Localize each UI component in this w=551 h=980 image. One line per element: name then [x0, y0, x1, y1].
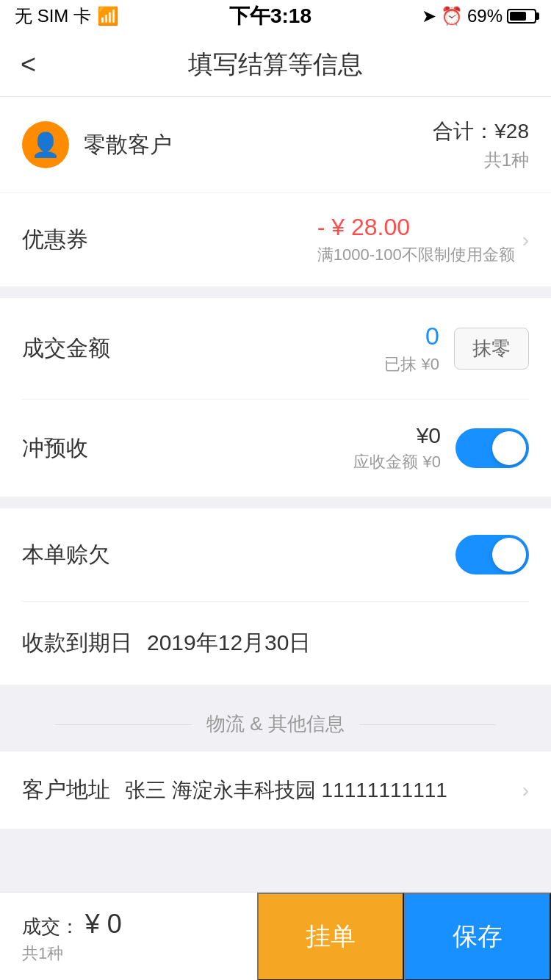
due-date-value: 2019年12月30日: [147, 628, 311, 658]
logistics-label: 物流 & 其他信息: [192, 713, 359, 735]
coupon-info: - ¥ 28.00 满1000-100不限制使用金额: [317, 214, 515, 266]
coupon-right: - ¥ 28.00 满1000-100不限制使用金额 ›: [317, 214, 529, 266]
address-section: 客户地址 张三 海淀永丰科技园 11111111111 ›: [0, 752, 551, 829]
battery-fill: [510, 12, 526, 21]
status-left: 无 SIM 卡 📶: [15, 4, 119, 28]
logistics-divider: 物流 & 其他信息: [0, 696, 551, 752]
total-count: 共1种: [433, 148, 529, 172]
bottom-deal-label: 成交：: [22, 915, 79, 937]
bottom-bar: 成交： ¥ 0 共1种 挂单 保存: [0, 892, 551, 980]
toggle-knob: [492, 431, 526, 465]
pending-button[interactable]: 挂单: [257, 893, 404, 981]
debt-toggle[interactable]: [455, 535, 529, 574]
avatar-icon: 👤: [31, 131, 60, 159]
address-label: 客户地址: [22, 775, 110, 805]
address-chevron-icon: ›: [522, 779, 529, 802]
customer-card: 👤 零散客户 合计：¥28 共1种 优惠券 - ¥ 28.00 满1000-10…: [0, 97, 551, 287]
signal-text: 无 SIM 卡: [15, 4, 91, 28]
address-row[interactable]: 客户地址 张三 海淀永丰科技园 11111111111 ›: [22, 752, 529, 829]
deal-amount-col: 0 已抹 ¥0: [384, 322, 439, 375]
customer-right: 合计：¥28 共1种: [433, 118, 529, 172]
coupon-row[interactable]: 优惠券 - ¥ 28.00 满1000-100不限制使用金额 ›: [0, 192, 551, 287]
bottom-info: 成交： ¥ 0 共1种: [0, 909, 257, 965]
debt-row: 本单赊欠: [22, 508, 529, 602]
customer-row: 👤 零散客户 合计：¥28 共1种: [0, 97, 551, 192]
due-date-label: 收款到期日: [22, 628, 132, 658]
alarm-icon: ⏰: [441, 6, 463, 26]
round-button[interactable]: 抹零: [454, 328, 529, 370]
back-button[interactable]: <: [21, 49, 36, 80]
customer-left: 👤 零散客户: [22, 121, 172, 168]
page-title: 填写结算等信息: [188, 48, 363, 82]
prepay-label: 冲预收: [22, 433, 88, 464]
deal-amount-sub: 已抹 ¥0: [384, 353, 439, 375]
save-button[interactable]: 保存: [404, 893, 551, 981]
battery-percent: 69%: [467, 6, 503, 26]
deal-amount-label: 成交金额: [22, 334, 110, 364]
status-time: 下午3:18: [229, 2, 311, 30]
debt-label: 本单赊欠: [22, 540, 110, 570]
coupon-description: 满1000-100不限制使用金额: [317, 244, 515, 266]
chevron-right-icon: ›: [522, 228, 529, 252]
prepay-toggle[interactable]: [455, 428, 529, 468]
status-bar: 无 SIM 卡 📶 下午3:18 ➤ ⏰ 69%: [0, 0, 551, 32]
prepay-row: 冲预收 ¥0 应收金额 ¥0: [22, 400, 529, 497]
debt-section: 本单赊欠 收款到期日 2019年12月30日: [0, 508, 551, 685]
battery-indicator: [507, 9, 536, 24]
debt-toggle-knob: [492, 538, 526, 572]
bottom-deal-amount: ¥ 0: [85, 909, 122, 939]
due-date-row[interactable]: 收款到期日 2019年12月30日: [22, 602, 529, 685]
nav-bar: < 填写结算等信息: [0, 32, 551, 97]
prepay-amount-col: ¥0 应收金额 ¥0: [353, 423, 441, 473]
customer-avatar: 👤: [22, 121, 69, 168]
location-icon: ➤: [422, 6, 436, 26]
content-area: 👤 零散客户 合计：¥28 共1种 优惠券 - ¥ 28.00 满1000-10…: [0, 97, 551, 943]
customer-name: 零散客户: [84, 130, 172, 160]
coupon-label: 优惠券: [22, 225, 88, 255]
status-right: ➤ ⏰ 69%: [422, 6, 536, 26]
prepay-sub-text: 应收金额 ¥0: [353, 451, 441, 473]
prepay-right: ¥0 应收金额 ¥0: [353, 423, 529, 473]
bottom-deal-count: 共1种: [22, 943, 235, 965]
deal-section: 成交金额 0 已抹 ¥0 抹零 冲预收 ¥0 应收金额 ¥0: [0, 298, 551, 497]
prepay-amount-value: ¥0: [353, 423, 441, 448]
total-amount: 合计：¥28: [433, 118, 529, 145]
bottom-deal-line: 成交： ¥ 0: [22, 909, 235, 940]
deal-amount-right: 0 已抹 ¥0 抹零: [384, 322, 529, 375]
address-value: 张三 海淀永丰科技园 11111111111: [125, 777, 522, 804]
coupon-discount: - ¥ 28.00: [317, 214, 515, 241]
deal-amount-row: 成交金额 0 已抹 ¥0 抹零: [22, 298, 529, 400]
wifi-icon: 📶: [97, 6, 119, 26]
deal-amount-value: 0: [384, 322, 439, 350]
